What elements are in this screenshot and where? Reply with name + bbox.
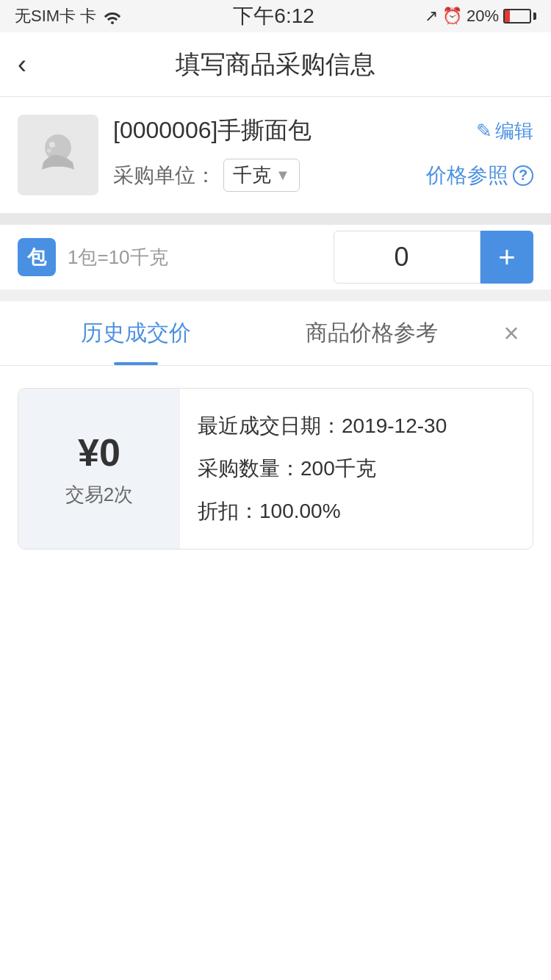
section-divider [0,213,551,225]
unit-info: 包 1包=10千克 [18,238,168,276]
alarm-icon: ⏰ [442,7,462,26]
history-details: 最近成交日期：2019-12-30 采购数量：200千克 折扣：100.00% [180,389,533,549]
tab-price-ref[interactable]: 商品价格参考 [253,301,489,365]
edit-icon: ✎ [476,120,492,143]
unit-label-text: 采购单位： [113,162,216,190]
page-title: 填写商品采购信息 [176,48,375,82]
quantity-input-group: + [334,231,533,284]
svg-point-2 [47,148,51,153]
unit-badge: 包 [18,238,56,276]
product-image [18,115,98,195]
history-price: ¥0 [78,430,120,475]
info-icon: ? [513,165,533,186]
history-date: 最近成交日期：2019-12-30 [198,411,515,442]
battery-indicator [503,9,536,24]
price-ref-button[interactable]: 价格参照 ? [426,162,533,190]
quantity-plus-button[interactable]: + [480,231,533,284]
panel-divider [0,289,551,301]
history-qty: 采购数量：200千克 [198,453,515,484]
status-bar: 无SIM卡 卡 下午6:12 ↗ ⏰ 20% [0,0,551,32]
product-info: [0000006]手撕面包 ✎ 编辑 采购单位： 千克 ▼ 价格参照 ? [113,115,533,192]
history-card: ¥0 交易2次 最近成交日期：2019-12-30 采购数量：200千克 折扣：… [18,388,533,550]
product-name: [0000006]手撕面包 [113,115,311,147]
status-time: 下午6:12 [233,2,314,30]
tab-history-price[interactable]: 历史成交价 [18,301,253,365]
wifi-icon [102,8,123,24]
panel-close-button[interactable]: × [489,311,533,356]
product-card: [0000006]手撕面包 ✎ 编辑 采购单位： 千克 ▼ 价格参照 ? [0,97,551,213]
history-discount: 折扣：100.00% [198,496,515,527]
svg-point-1 [49,142,55,148]
dropdown-icon: ▼ [276,167,290,184]
edit-button[interactable]: ✎ 编辑 [476,118,533,144]
quantity-row: 包 1包=10千克 + [0,225,551,289]
trade-count: 交易2次 [65,482,133,508]
bottom-panel: 历史成交价 商品价格参考 × ¥0 交易2次 最近成交日期：2019-12-30 [0,301,551,980]
history-price-summary: ¥0 交易2次 [18,389,180,549]
empty-space [0,572,551,980]
tab-row: 历史成交价 商品价格参考 × [0,301,551,366]
status-carrier: 无SIM卡 卡 [15,5,123,27]
history-section: ¥0 交易2次 最近成交日期：2019-12-30 采购数量：200千克 折扣：… [0,366,551,572]
header: ‹ 填写商品采购信息 [0,32,551,97]
unit-equiv: 1包=10千克 [68,245,168,270]
status-right: ↗ ⏰ 20% [425,7,536,26]
unit-selector[interactable]: 千克 ▼ [223,159,300,192]
back-button[interactable]: ‹ [18,49,26,80]
location-icon: ↗ [425,7,438,26]
quantity-input[interactable] [334,231,480,284]
